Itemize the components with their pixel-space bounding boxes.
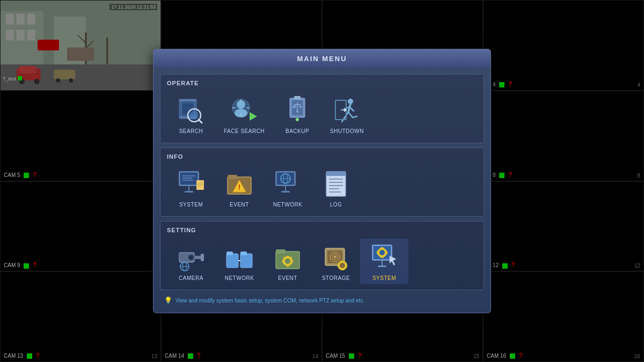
info-system-item[interactable]: SYSTEM <box>167 165 215 211</box>
menu-title: MAIN MENU <box>297 55 347 63</box>
svg-rect-98 <box>226 252 233 255</box>
face-search-icon <box>229 95 259 125</box>
svg-rect-66 <box>196 180 204 190</box>
hint-icon: 💡 <box>164 297 172 304</box>
svg-rect-124 <box>346 264 347 267</box>
backup-label: BACKUP <box>286 128 309 134</box>
info-event-icon: ! <box>224 168 254 198</box>
storage-icon <box>321 242 351 272</box>
network-setting-icon <box>224 242 254 272</box>
svg-rect-123 <box>338 264 339 267</box>
search-icon <box>176 95 206 125</box>
svg-rect-100 <box>240 252 247 255</box>
svg-line-52 <box>348 112 353 117</box>
operate-section: OPERATE <box>160 74 484 143</box>
event-setting-icon <box>273 242 303 272</box>
info-section: INFO <box>160 147 484 217</box>
svg-point-120 <box>340 263 345 268</box>
svg-rect-132 <box>385 251 387 254</box>
svg-point-28 <box>190 111 199 120</box>
svg-rect-107 <box>286 264 289 267</box>
svg-line-29 <box>199 120 202 123</box>
svg-rect-71 <box>228 175 237 179</box>
info-network-label: NETWORK <box>273 202 303 208</box>
shutdown-label: SHUTDOWN <box>330 128 364 134</box>
system-setting-icon <box>369 242 399 272</box>
svg-point-91 <box>190 256 192 258</box>
svg-rect-97 <box>226 254 238 268</box>
camera-item[interactable]: CAMERA <box>167 239 215 284</box>
setting-title: SETTING <box>167 227 477 233</box>
shutdown-item[interactable]: SHUTDOWN <box>321 92 372 137</box>
search-label: SEARCH <box>179 128 203 134</box>
backup-item[interactable]: BACKUP <box>273 92 321 137</box>
modal-overlay: MAIN MENU OPERATE <box>0 0 644 362</box>
svg-rect-99 <box>240 254 252 268</box>
svg-rect-22 <box>179 99 196 101</box>
svg-point-105 <box>285 258 290 264</box>
svg-point-41 <box>296 118 299 121</box>
svg-rect-40 <box>294 96 301 99</box>
info-log-icon <box>321 168 351 198</box>
shutdown-icon <box>332 95 362 125</box>
svg-rect-130 <box>380 256 384 258</box>
storage-label: STORAGE <box>322 275 350 281</box>
info-network-item[interactable]: NETWORK <box>264 165 312 211</box>
search-item[interactable]: SEARCH <box>167 92 215 137</box>
system-setting-label: SYSTEM <box>372 275 396 281</box>
camera-label: CAMERA <box>179 275 203 281</box>
main-menu: MAIN MENU OPERATE <box>153 49 491 313</box>
network-setting-label: NETWORK <box>225 275 254 281</box>
svg-rect-65 <box>185 191 193 193</box>
operate-items: SEARCH <box>167 92 477 137</box>
svg-rect-82 <box>326 172 346 176</box>
svg-rect-129 <box>380 247 384 249</box>
svg-rect-122 <box>341 269 344 270</box>
event-setting-item[interactable]: EVENT <box>264 239 312 284</box>
storage-item[interactable]: STORAGE <box>312 239 360 284</box>
svg-point-128 <box>379 250 385 255</box>
info-system-label: SYSTEM <box>179 202 203 208</box>
info-event-label: EVENT <box>230 202 249 208</box>
system-setting-item[interactable]: SYSTEM <box>360 239 408 284</box>
svg-text:!: ! <box>238 183 241 191</box>
info-network-icon <box>273 168 303 198</box>
svg-rect-80 <box>281 191 290 193</box>
info-log-item[interactable]: LOG <box>312 165 360 211</box>
hint-row: 💡 View and modify system basic setup, sy… <box>153 294 491 304</box>
hint-text: View and modify system basic setup, syst… <box>175 298 364 304</box>
info-system-icon <box>176 168 206 198</box>
face-search-label: FACE SEARCH <box>224 128 265 134</box>
event-setting-label: EVENT <box>278 275 297 281</box>
svg-point-45 <box>299 106 302 108</box>
info-items: SYSTEM ! EVENT <box>167 165 477 211</box>
info-title: INFO <box>167 153 477 160</box>
svg-marker-133 <box>390 256 396 265</box>
face-search-item[interactable]: FACE SEARCH <box>215 92 273 137</box>
svg-rect-131 <box>377 251 379 254</box>
svg-rect-135 <box>378 265 386 267</box>
svg-rect-60 <box>180 173 197 184</box>
setting-items: CAMERA NETWORK <box>167 239 477 284</box>
operate-title: OPERATE <box>167 80 477 86</box>
info-log-label: LOG <box>330 202 342 208</box>
info-event-item[interactable]: ! EVENT <box>215 165 264 211</box>
svg-rect-92 <box>194 256 201 259</box>
menu-title-bar: MAIN MENU <box>153 49 491 68</box>
svg-marker-33 <box>250 112 257 121</box>
svg-rect-103 <box>276 249 286 254</box>
svg-point-118 <box>334 256 336 258</box>
backup-icon <box>282 95 312 125</box>
svg-rect-121 <box>341 261 344 262</box>
setting-section: SETTING <box>160 221 484 290</box>
svg-rect-106 <box>286 256 289 258</box>
network-setting-item[interactable]: NETWORK <box>215 239 264 284</box>
svg-rect-93 <box>201 254 204 261</box>
camera-icon <box>176 242 206 272</box>
svg-line-53 <box>353 116 357 117</box>
